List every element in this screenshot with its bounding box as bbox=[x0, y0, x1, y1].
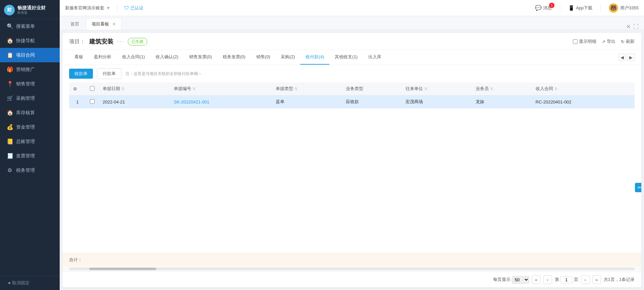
table-header-income-contract[interactable]: 收入合同 ⇅ bbox=[532, 82, 635, 95]
inventory-icon: 🏠 bbox=[7, 110, 13, 116]
income-contract-header-label: 收入合同 bbox=[536, 86, 553, 92]
sub-tab-sales[interactable]: 销售(0) bbox=[251, 50, 276, 65]
row-biz-type-value: 应收款 bbox=[346, 99, 359, 104]
sub-tab-tax-invoice[interactable]: 税务发票(0) bbox=[217, 50, 251, 65]
table-header-date[interactable]: 单据日期 ⇅ bbox=[99, 82, 170, 95]
content-card: 项目： 建筑安装 ··· 已生效 显示明细 ↗ 导出 ↻ 刷新 bbox=[62, 33, 641, 287]
salesman-header-label: 业务员 bbox=[476, 86, 489, 92]
search-icon: 🔍 bbox=[7, 23, 13, 29]
summary-bar: 合计： bbox=[62, 253, 641, 266]
salesman-sort-icon[interactable]: ⇅ bbox=[490, 87, 493, 91]
page-prefix: 第 bbox=[555, 277, 559, 283]
tab-project-board-close[interactable]: ✕ bbox=[112, 22, 116, 26]
select-all-checkbox[interactable] bbox=[90, 86, 95, 91]
project-header: 项目： 建筑安装 ··· 已生效 显示明细 ↗ 导出 ↻ 刷新 bbox=[62, 33, 641, 50]
app-download-button[interactable]: 📱 App下载 bbox=[568, 5, 592, 11]
table-wrap[interactable]: ⚙ 单据日期 ⇅ bbox=[62, 82, 641, 253]
maximize-window-button[interactable]: ⛶ bbox=[633, 24, 639, 30]
income-contract-sort-icon[interactable]: ⇅ bbox=[554, 87, 557, 91]
sub-tab-kanban[interactable]: 看板 bbox=[69, 50, 89, 65]
topbar-divider-3 bbox=[600, 5, 601, 11]
table-header-gear[interactable]: ⚙ bbox=[69, 82, 86, 95]
table-header-partner[interactable]: 往来单位 ⇅ bbox=[401, 82, 472, 95]
sidebar-item-search[interactable]: 🔍 搜索菜单 bbox=[0, 19, 60, 33]
code-sort-icon[interactable]: ⇅ bbox=[193, 87, 196, 91]
sub-tab-sales-invoice-label: 销售发票(0) bbox=[189, 54, 212, 59]
message-button[interactable]: 💬 消息 1 bbox=[535, 5, 552, 11]
page-size-dropdown[interactable]: 20 50 100 bbox=[512, 276, 529, 284]
row-income-contract: RC-20220401-002 bbox=[532, 95, 635, 108]
sub-tab-in-out[interactable]: 出入库 bbox=[363, 50, 387, 65]
table-header-salesman[interactable]: 业务员 ⇅ bbox=[472, 82, 531, 95]
sub-tab-income-confirm[interactable]: 收入确认(2) bbox=[150, 50, 184, 65]
project-more-button[interactable]: ··· bbox=[117, 39, 124, 45]
sub-tab-receipt[interactable]: 收付款(4) bbox=[300, 50, 329, 65]
payment-tab-button[interactable]: 付款单 bbox=[97, 68, 121, 79]
type-header-label: 单据类型 bbox=[276, 86, 293, 92]
show-detail-checkbox[interactable]: 显示明细 bbox=[573, 39, 596, 45]
close-window-button[interactable]: ✕ bbox=[626, 23, 631, 30]
sidebar-item-inventory[interactable]: 🏠 库存核算 bbox=[0, 105, 60, 120]
row-checkbox[interactable] bbox=[90, 99, 95, 104]
sidebar-item-contract[interactable]: 📋 项目合同 bbox=[0, 48, 60, 62]
purchase-icon: 🛒 bbox=[7, 95, 13, 101]
project-title: 建筑安装 bbox=[89, 38, 113, 46]
sub-tab-sales-invoice[interactable]: 销售发票(0) bbox=[184, 50, 217, 65]
date-sort-icon[interactable]: ⇅ bbox=[121, 87, 124, 91]
account-selector[interactable]: 新服务官网演示账套 ▼ bbox=[65, 5, 110, 11]
sub-tabs-nav: ◀ ▶ bbox=[619, 54, 635, 61]
sidebar-unpin-button[interactable]: ◄ 取消固定 bbox=[0, 276, 60, 290]
page-first-button[interactable]: « bbox=[532, 275, 541, 284]
sub-tab-purchase[interactable]: 采购(2) bbox=[275, 50, 300, 65]
show-detail-input[interactable] bbox=[573, 39, 578, 44]
tab-home[interactable]: 首页 bbox=[65, 18, 85, 30]
page-prev-button[interactable]: ‹ bbox=[543, 275, 552, 284]
table-row[interactable]: 1 2022-04-21 SK-20220421-001 bbox=[69, 95, 635, 108]
refresh-icon: ↻ bbox=[621, 39, 625, 44]
filter-note: 注：这里是与项目关联的全部收付款单哦～ bbox=[125, 71, 202, 77]
page-last-button[interactable]: » bbox=[592, 275, 601, 284]
sidebar-item-sales[interactable]: 📍 销售管理 bbox=[0, 77, 60, 91]
sub-tabs-prev-button[interactable]: ◀ bbox=[619, 54, 626, 61]
export-button[interactable]: ↗ 导出 bbox=[602, 39, 615, 45]
table-header-code[interactable]: 单据编号 ⇅ bbox=[170, 82, 272, 95]
sidebar-item-label-marketing: 营销推广 bbox=[16, 67, 35, 73]
sidebar-item-ledger[interactable]: 📒 总账管理 bbox=[0, 134, 60, 149]
sub-tab-profit[interactable]: 盈利分析 bbox=[89, 50, 117, 65]
sub-tab-income-contract[interactable]: 收入合同(1) bbox=[117, 50, 150, 65]
sidebar-item-invoice[interactable]: 🧾 发票管理 bbox=[0, 149, 60, 163]
sub-tabs-next-button[interactable]: ▶ bbox=[627, 54, 635, 61]
row-code[interactable]: SK-20220421-001 bbox=[170, 95, 272, 108]
page-size-label: 每页显示 bbox=[493, 277, 511, 283]
sidebar-logo: 财 畅捷通好业财 标准版 bbox=[0, 0, 60, 19]
tab-project-board[interactable]: 项目看板 ✕ bbox=[86, 18, 121, 30]
row-code-link[interactable]: SK-20220421-001 bbox=[174, 99, 209, 104]
right-float-action-button[interactable]: ✏ bbox=[635, 183, 641, 192]
total-label: 共1页，1条记录 bbox=[604, 277, 635, 283]
gear-icon[interactable]: ⚙ bbox=[73, 86, 77, 91]
row-type: 蓝单 bbox=[272, 95, 342, 108]
scrollbar-thumb[interactable] bbox=[89, 268, 156, 270]
row-biz-type: 应收款 bbox=[342, 95, 401, 108]
sidebar-item-shortcut[interactable]: 🏠 快捷导航 bbox=[0, 33, 60, 48]
sub-tab-receipt-label: 收付款(4) bbox=[306, 54, 324, 59]
sidebar-item-purchase[interactable]: 🛒 采购管理 bbox=[0, 91, 60, 105]
sidebar-item-finance[interactable]: 💰 资金管理 bbox=[0, 120, 60, 134]
user-menu[interactable]: 🐻 用户3355 bbox=[609, 3, 639, 13]
sub-tab-other-expense[interactable]: 其他收支(1) bbox=[329, 50, 363, 65]
sidebar-item-tax[interactable]: ⚙ 税务管理 bbox=[0, 163, 60, 177]
sidebar: 财 畅捷通好业财 标准版 🔍 搜索菜单 🏠 快捷导航 📋 项目合同 🎁 营销推广… bbox=[0, 0, 60, 290]
page-next-button[interactable]: › bbox=[581, 275, 590, 284]
partner-sort-icon[interactable]: ⇅ bbox=[424, 87, 427, 91]
horizontal-scrollbar[interactable] bbox=[62, 266, 641, 272]
page-number-input[interactable] bbox=[560, 276, 573, 283]
type-sort-icon[interactable]: ⇅ bbox=[294, 87, 298, 91]
shield-icon: 🛡 bbox=[124, 5, 129, 11]
sidebar-item-marketing[interactable]: 🎁 营销推广 bbox=[0, 62, 60, 77]
summary-label: 合计： bbox=[69, 257, 82, 263]
receipt-tab-button[interactable]: 收款单 bbox=[69, 69, 93, 79]
refresh-button[interactable]: ↻ 刷新 bbox=[621, 39, 635, 45]
sidebar-item-label-finance: 资金管理 bbox=[16, 124, 35, 130]
table-header-type[interactable]: 单据类型 ⇅ bbox=[272, 82, 342, 95]
topbar: 新服务官网演示账套 ▼ 🛡 已认证 💬 消息 1 📱 App下载 🐻 用户335… bbox=[60, 0, 644, 16]
